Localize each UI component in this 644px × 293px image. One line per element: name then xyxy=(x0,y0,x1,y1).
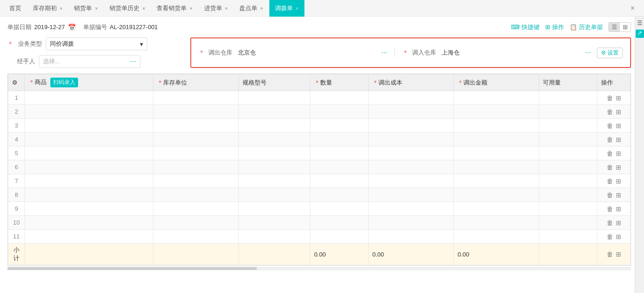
spec-cell[interactable] xyxy=(238,174,310,188)
amount-cell[interactable] xyxy=(454,174,539,188)
qty-cell[interactable] xyxy=(310,174,368,188)
copy-icon[interactable]: ⊞ xyxy=(616,233,621,240)
available-cell[interactable] xyxy=(539,230,597,244)
sidebar-expand-icon[interactable]: ↗ xyxy=(636,30,644,38)
product-cell[interactable] xyxy=(25,174,153,188)
unit-cell[interactable] xyxy=(153,91,239,105)
delete-icon[interactable]: 🗑 xyxy=(607,94,613,102)
spec-cell[interactable] xyxy=(238,119,310,133)
delete-icon[interactable]: 🗑 xyxy=(607,136,613,143)
grid-view-button[interactable]: ⊞ xyxy=(620,23,631,31)
copy-icon[interactable]: ⊞ xyxy=(616,122,621,129)
spec-cell[interactable] xyxy=(238,188,310,202)
cost-cell[interactable] xyxy=(368,216,454,230)
cost-cell[interactable] xyxy=(368,146,454,160)
delete-icon[interactable]: 🗑 xyxy=(607,177,613,185)
operations-button[interactable]: ⊞ 操作 xyxy=(545,23,564,31)
available-cell[interactable] xyxy=(539,160,597,174)
product-cell[interactable] xyxy=(25,146,153,160)
qty-cell[interactable] xyxy=(310,119,368,133)
available-cell[interactable] xyxy=(539,133,597,146)
cost-cell[interactable] xyxy=(368,133,454,146)
transfer-in-more-icon[interactable]: ··· xyxy=(585,49,591,57)
cost-cell[interactable] xyxy=(368,160,454,174)
close-tab-purchase-order[interactable]: × xyxy=(225,6,228,11)
close-tab-view-sales[interactable]: × xyxy=(189,6,192,11)
tab-sales-history[interactable]: 销货单历史 × xyxy=(104,0,151,17)
product-cell[interactable] xyxy=(25,105,153,119)
amount-cell[interactable] xyxy=(454,202,539,216)
copy-icon[interactable]: ⊞ xyxy=(616,191,621,199)
product-cell[interactable] xyxy=(25,230,153,244)
available-cell[interactable] xyxy=(539,91,597,105)
tab-transfer[interactable]: 调拨单 × xyxy=(269,0,304,17)
tab-purchase-order[interactable]: 进货单 × xyxy=(199,0,234,17)
copy-icon[interactable]: ⊞ xyxy=(616,94,621,102)
sidebar-list-icon[interactable]: ☰ xyxy=(636,19,644,28)
close-tab-sales-history[interactable]: × xyxy=(142,6,145,11)
product-cell[interactable] xyxy=(25,216,153,230)
amount-cell[interactable] xyxy=(454,216,539,230)
spec-cell[interactable] xyxy=(238,146,310,160)
handler-more-icon[interactable]: ··· xyxy=(130,57,136,66)
shortcut-keys-button[interactable]: ⌨ 快捷键 xyxy=(511,23,540,31)
amount-cell[interactable] xyxy=(454,230,539,244)
available-cell[interactable] xyxy=(539,119,597,133)
copy-icon[interactable]: ⊞ xyxy=(616,136,621,143)
copy-icon[interactable]: ⊞ xyxy=(616,150,621,157)
close-tab-transfer[interactable]: × xyxy=(296,6,298,11)
tab-inventory-init[interactable]: 库存期初 × xyxy=(27,0,68,17)
available-cell[interactable] xyxy=(539,188,597,202)
copy-icon[interactable]: ⊞ xyxy=(616,108,621,116)
available-cell[interactable] xyxy=(539,146,597,160)
unit-cell[interactable] xyxy=(153,174,239,188)
close-tab-inventory-init[interactable]: × xyxy=(60,6,62,11)
cost-cell[interactable] xyxy=(368,188,454,202)
copy-icon-sub[interactable]: ⊞ xyxy=(616,250,621,258)
available-cell[interactable] xyxy=(539,216,597,230)
delete-icon[interactable]: 🗑 xyxy=(607,108,613,116)
amount-cell[interactable] xyxy=(454,105,539,119)
spec-cell[interactable] xyxy=(238,160,310,174)
spec-cell[interactable] xyxy=(238,216,310,230)
qty-cell[interactable] xyxy=(310,188,368,202)
delete-icon[interactable]: 🗑 xyxy=(607,219,613,226)
scrollbar-thumb[interactable] xyxy=(7,267,257,270)
copy-icon[interactable]: ⊞ xyxy=(616,219,621,226)
delete-icon[interactable]: 🗑 xyxy=(607,164,613,171)
tab-stocktake[interactable]: 盘点单 × xyxy=(234,0,269,17)
delete-icon[interactable]: 🗑 xyxy=(607,191,613,199)
unit-cell[interactable] xyxy=(153,146,239,160)
cost-cell[interactable] xyxy=(368,202,454,216)
amount-cell[interactable] xyxy=(454,146,539,160)
available-cell[interactable] xyxy=(539,202,597,216)
calendar-icon[interactable]: 📅 xyxy=(68,24,76,31)
cost-cell[interactable] xyxy=(368,230,454,244)
tab-sales-order[interactable]: 销货单 × xyxy=(68,0,103,17)
horizontal-scrollbar[interactable] xyxy=(7,267,631,270)
spec-cell[interactable] xyxy=(238,91,310,105)
unit-cell[interactable] xyxy=(153,202,239,216)
copy-icon[interactable]: ⊞ xyxy=(616,205,621,213)
unit-cell[interactable] xyxy=(153,188,239,202)
unit-cell[interactable] xyxy=(153,133,239,146)
spec-cell[interactable] xyxy=(238,202,310,216)
delete-icon-sub[interactable]: 🗑 xyxy=(607,250,613,258)
close-tab-sales-order[interactable]: × xyxy=(95,6,97,11)
qty-cell[interactable] xyxy=(310,133,368,146)
amount-cell[interactable] xyxy=(454,188,539,202)
scan-entry-button[interactable]: 扫码录入 xyxy=(50,78,78,87)
product-cell[interactable] xyxy=(25,133,153,146)
amount-cell[interactable] xyxy=(454,91,539,105)
unit-cell[interactable] xyxy=(153,160,239,174)
product-cell[interactable] xyxy=(25,91,153,105)
product-cell[interactable] xyxy=(25,160,153,174)
qty-cell[interactable] xyxy=(310,216,368,230)
close-all-button[interactable]: × xyxy=(625,4,640,12)
history-docs-button[interactable]: 📋 历史单据 xyxy=(570,23,603,31)
tab-view-sales[interactable]: 查看销货单 × xyxy=(151,0,198,17)
spec-cell[interactable] xyxy=(238,230,310,244)
product-cell[interactable] xyxy=(25,119,153,133)
delete-icon[interactable]: 🗑 xyxy=(607,122,613,129)
amount-cell[interactable] xyxy=(454,160,539,174)
